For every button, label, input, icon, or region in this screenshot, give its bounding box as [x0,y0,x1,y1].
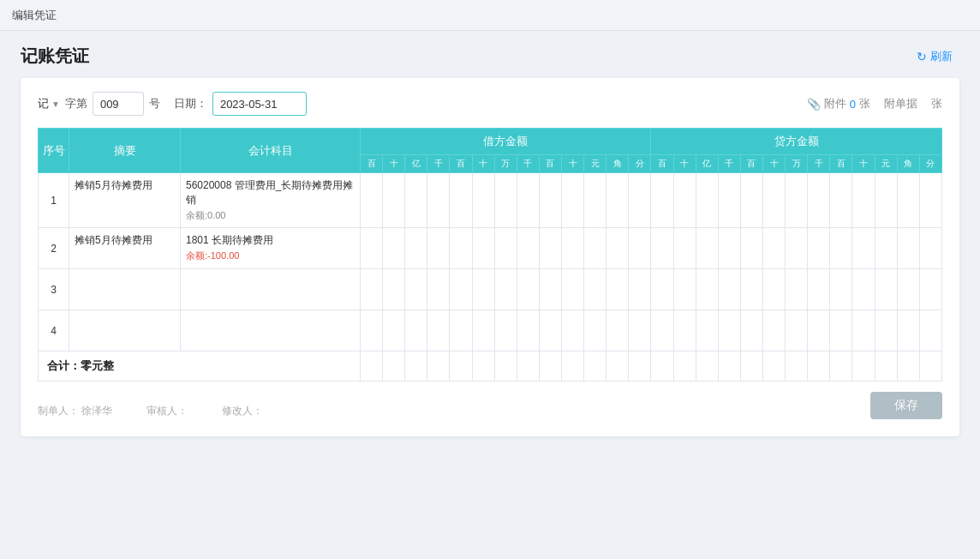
voucher-number-input[interactable] [93,92,144,116]
row-amt-3-12[interactable] [629,269,651,310]
row-amt-1-14[interactable] [673,173,696,228]
row-amt-3-2[interactable] [405,269,427,310]
row-amt-4-9[interactable] [561,310,583,352]
row-amt-4-10[interactable] [584,310,607,352]
row-amt-3-7[interactable] [517,269,539,310]
row-amt-2-10[interactable] [584,228,607,269]
row-amt-2-11[interactable] [607,228,629,269]
row-amt-3-11[interactable] [607,269,629,310]
row-summary-4[interactable] [69,310,181,352]
row-amt-3-9[interactable] [561,269,583,310]
row-amt-1-15[interactable] [696,173,718,228]
row-amt-1-1[interactable] [383,173,405,228]
row-amt-2-20[interactable] [808,228,830,269]
row-amt-1-21[interactable] [830,173,852,228]
row-summary-3[interactable] [69,269,181,310]
row-amt-2-12[interactable] [629,228,651,269]
row-amt-1-6[interactable] [494,173,517,228]
row-amt-1-23[interactable] [875,173,897,228]
row-summary-1[interactable]: 摊销5月待摊费用 [69,173,181,228]
row-amt-4-13[interactable] [651,310,673,352]
row-amt-1-7[interactable] [517,173,539,228]
row-amt-4-4[interactable] [450,310,472,352]
row-amt-3-5[interactable] [472,269,494,310]
row-amt-4-1[interactable] [383,310,405,352]
date-input[interactable] [212,92,307,116]
row-amt-4-25[interactable] [919,310,941,352]
row-account-1[interactable]: 56020008 管理费用_长期待摊费用摊销余额:0.00 [181,173,361,228]
row-amt-4-19[interactable] [786,310,808,352]
row-amt-4-23[interactable] [875,310,897,352]
row-amt-2-13[interactable] [651,228,673,269]
row-amt-1-4[interactable] [450,173,472,228]
row-amt-2-5[interactable] [472,228,494,269]
row-amt-4-18[interactable] [762,310,785,352]
row-amt-1-18[interactable] [762,173,785,228]
row-amt-3-14[interactable] [673,269,696,310]
row-amt-3-25[interactable] [919,269,941,310]
row-account-4[interactable] [181,310,361,352]
row-amt-1-10[interactable] [584,173,607,228]
row-amt-3-24[interactable] [897,269,919,310]
row-amt-4-22[interactable] [852,310,875,352]
row-amt-2-2[interactable] [405,228,427,269]
row-amt-2-17[interactable] [740,228,762,269]
row-amt-1-2[interactable] [405,173,427,228]
row-amt-1-3[interactable] [427,173,450,228]
row-amt-4-12[interactable] [629,310,651,352]
row-amt-1-8[interactable] [539,173,561,228]
row-account-3[interactable] [181,269,361,310]
row-amt-3-22[interactable] [852,269,875,310]
row-amt-1-5[interactable] [472,173,494,228]
row-amt-3-0[interactable] [361,269,383,310]
save-button[interactable]: 保存 [870,392,942,419]
row-amt-4-14[interactable] [673,310,696,352]
row-amt-3-16[interactable] [718,269,740,310]
row-amt-4-5[interactable] [472,310,494,352]
row-summary-2[interactable]: 摊销5月待摊费用 [69,228,181,269]
row-amt-2-8[interactable] [539,228,561,269]
row-amt-2-24[interactable] [897,228,919,269]
row-amt-2-6[interactable] [494,228,517,269]
row-amt-3-18[interactable] [762,269,785,310]
row-amt-2-21[interactable] [830,228,852,269]
row-amt-3-4[interactable] [450,269,472,310]
row-amt-2-9[interactable] [561,228,583,269]
row-amt-3-13[interactable] [651,269,673,310]
row-amt-1-20[interactable] [808,173,830,228]
row-amt-1-17[interactable] [740,173,762,228]
row-amt-3-23[interactable] [875,269,897,310]
attachment-link[interactable]: 📎 附件 0 张 [807,96,870,111]
row-amt-2-0[interactable] [361,228,383,269]
row-amt-4-3[interactable] [427,310,450,352]
row-amt-4-17[interactable] [740,310,762,352]
row-amt-2-14[interactable] [673,228,696,269]
row-amt-3-1[interactable] [383,269,405,310]
refresh-button[interactable]: ↻ 刷新 [910,45,959,68]
row-amt-3-6[interactable] [494,269,517,310]
row-amt-1-24[interactable] [897,173,919,228]
row-amt-4-8[interactable] [539,310,561,352]
row-amt-2-16[interactable] [718,228,740,269]
row-amt-2-7[interactable] [517,228,539,269]
row-amt-4-21[interactable] [830,310,852,352]
row-amt-2-15[interactable] [696,228,718,269]
type-dropdown[interactable]: 记 ▼ [38,96,60,111]
row-amt-4-15[interactable] [696,310,718,352]
row-amt-4-0[interactable] [361,310,383,352]
row-amt-2-18[interactable] [762,228,785,269]
row-amt-2-25[interactable] [919,228,941,269]
row-amt-3-20[interactable] [808,269,830,310]
row-amt-1-9[interactable] [561,173,583,228]
attach-single-label[interactable]: 附单据 [884,96,917,111]
row-amt-1-16[interactable] [718,173,740,228]
row-amt-1-22[interactable] [852,173,875,228]
row-account-2[interactable]: 1801 长期待摊费用余额:-100.00 [181,228,361,269]
row-amt-4-7[interactable] [517,310,539,352]
row-amt-2-19[interactable] [786,228,808,269]
row-amt-3-3[interactable] [427,269,450,310]
row-amt-4-6[interactable] [494,310,517,352]
row-amt-2-1[interactable] [383,228,405,269]
row-amt-1-13[interactable] [651,173,673,228]
row-amt-1-25[interactable] [919,173,941,228]
